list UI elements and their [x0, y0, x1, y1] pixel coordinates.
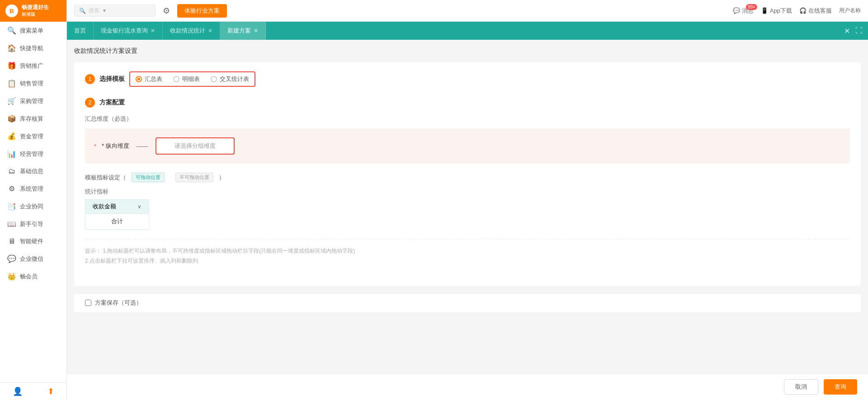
sidebar-item-hardware[interactable]: 🖥 智能硬件 [0, 233, 66, 250]
radio-detail[interactable]: 明细表 [173, 75, 200, 83]
main-area: 🔍 搜索 ▼ ⚙ 体验行业方案 💬 消息 99+ 📱 App下载 🎧 在线客服 … [67, 0, 868, 400]
sidebar-label-basic: 基础信息 [20, 167, 43, 175]
sidebar-icon-wechat: 💬 [7, 254, 16, 263]
sidebar-label-search-menu: 搜索菜单 [20, 27, 43, 35]
step2-title: 方案配置 [99, 99, 125, 107]
service-label: 在线客服 [808, 7, 832, 15]
tab-receipt-stats-label: 收款情况统计 [170, 27, 205, 35]
sidebar-icon-basic: 🗂 [7, 167, 16, 175]
sidebar-label-purchase: 采购管理 [20, 97, 43, 105]
sidebar-item-system[interactable]: ⚙ 系统管理 [0, 180, 66, 198]
indicator-close-paren: ） [219, 174, 225, 182]
sidebar-icon-operation: 📊 [7, 150, 16, 158]
sidebar-item-operation[interactable]: 📊 经营管理 [0, 145, 66, 163]
sidebar-icon-guide: 📖 [7, 220, 16, 228]
tab-expand-icon[interactable]: ⛶ [855, 27, 863, 35]
logo-icon: B [5, 5, 18, 17]
download-icon: 📱 [761, 7, 768, 14]
sidebar-icon-finance: 💰 [7, 132, 16, 141]
save-checkbox[interactable] [85, 300, 91, 306]
sidebar-item-search-menu[interactable]: 🔍 搜索菜单 [0, 22, 66, 39]
action-bar: 取消 查询 [67, 373, 868, 400]
sidebar-label-sales: 销售管理 [20, 80, 43, 88]
sidebar-icon-system: ⚙ [7, 184, 16, 193]
sidebar-item-inventory[interactable]: 📦 库存核算 [0, 110, 66, 127]
indicator-setting: 模板指标设定（ 可拖动位置 不可拖动位置 ） 统计指标 收款金额 ∨ [85, 173, 850, 230]
user-info[interactable]: 用户名称 [839, 7, 861, 14]
sidebar-bottom-user[interactable]: 👤 [13, 386, 23, 396]
stats-subtotal: 合计 [85, 213, 149, 229]
logo-sub: 标准版 [22, 11, 49, 18]
sidebar-icon-quick-nav: 🏠 [7, 44, 16, 52]
tab-receipt-stats[interactable]: 收款情况统计 ✕ [163, 22, 220, 40]
radio-cross[interactable]: 交叉统计表 [211, 75, 249, 83]
sidebar-icon-member: 👑 [7, 272, 16, 281]
sidebar-bottom-up[interactable]: ⬆ [47, 386, 54, 396]
tab-receipt-stats-close[interactable]: ✕ [208, 28, 212, 34]
service-btn[interactable]: 🎧 在线客服 [799, 7, 832, 15]
message-icon: 💬 [733, 7, 740, 14]
sidebar-item-purchase[interactable]: 🛒 采购管理 [0, 92, 66, 110]
hint-area: 提示： 1.拖动标题栏可以调整布局，不可跨维度或指标区域拖动栏目字段(只能在同一… [85, 239, 850, 266]
sidebar: B 畅捷通好生 标准版 🔍 搜索菜单 🏠 快捷导航 🎁 营销推广 📋 销售管理 … [0, 0, 67, 400]
page-title: 收款情况统计方案设置 [74, 47, 861, 55]
message-badge: 99+ [746, 4, 757, 10]
sidebar-item-finance[interactable]: 💰 资金管理 [0, 127, 66, 145]
sidebar-item-cooperation[interactable]: 📑 企业协同 [0, 198, 66, 215]
template-radio-group: 汇总表 明细表 交叉统计表 [129, 71, 255, 87]
stats-label: 统计指标 [85, 188, 850, 196]
stats-header-cell: 收款金额 ∨ [85, 200, 149, 213]
topbar-search[interactable]: 🔍 搜索 ▼ [74, 5, 156, 17]
settings-icon[interactable]: ⚙ [163, 6, 170, 16]
download-btn[interactable]: 📱 App下载 [761, 7, 792, 15]
sidebar-item-member[interactable]: 👑 畅会员 [0, 268, 66, 285]
radio-summary[interactable]: 汇总表 [136, 75, 162, 83]
query-button[interactable]: 查询 [824, 379, 857, 395]
radio-cross-label: 交叉统计表 [220, 75, 249, 83]
sidebar-icon-purchase: 🛒 [7, 97, 16, 105]
logo-name: 畅捷通好生 [22, 4, 49, 11]
footer-save-section: 方案保存（可选） [74, 293, 861, 312]
sidebar-item-basic[interactable]: 🗂 基础信息 [0, 163, 66, 180]
hint-2: 2.点击标题栏下拉可设置排序、插入列和删除列 [85, 256, 850, 266]
tab-bank-flow-label: 现金银行流水查询 [101, 27, 148, 35]
sidebar-label-cooperation: 企业协同 [20, 202, 43, 211]
sidebar-label-marketing: 营销推广 [20, 62, 43, 70]
tab-home-label: 首页 [74, 27, 86, 35]
sidebar-item-sales[interactable]: 📋 销售管理 [0, 75, 66, 92]
sidebar-label-wechat: 企业微信 [20, 255, 43, 263]
dimension-selector-text: 请选择分组维度 [175, 142, 216, 149]
cancel-button[interactable]: 取消 [784, 379, 818, 395]
tab-bank-flow-close[interactable]: ✕ [151, 28, 155, 34]
tab-new-plan-close[interactable]: ✕ [254, 28, 258, 34]
tag-draggable: 可拖动位置 [132, 173, 165, 182]
tab-home[interactable]: 首页 [67, 22, 94, 40]
sidebar-item-guide[interactable]: 📖 新手引导 [0, 215, 66, 233]
trial-btn[interactable]: 体验行业方案 [177, 4, 227, 18]
topbar: 🔍 搜索 ▼ ⚙ 体验行业方案 💬 消息 99+ 📱 App下载 🎧 在线客服 … [67, 0, 868, 22]
stats-dropdown-icon[interactable]: ∨ [137, 203, 142, 210]
message-btn[interactable]: 💬 消息 99+ [733, 7, 754, 15]
sidebar-label-inventory: 库存核算 [20, 115, 43, 123]
sidebar-item-marketing[interactable]: 🎁 营销推广 [0, 57, 66, 75]
tab-new-plan[interactable]: 新建方案 ✕ [220, 22, 266, 40]
dimension-row: * * 纵向维度 —— 请选择分组维度 [94, 137, 841, 155]
tab-close-all-icon[interactable]: ✕ [844, 27, 850, 35]
sidebar-label-member: 畅会员 [20, 273, 38, 281]
main-panel: 1 选择模板 汇总表 明细表 交叉统计表 [74, 62, 861, 286]
dimension-title: 汇总维度（必选） [85, 115, 850, 123]
download-label: App下载 [770, 7, 792, 15]
sidebar-label-operation: 经营管理 [20, 150, 43, 158]
dimension-arrow: —— [137, 143, 148, 150]
sidebar-label-hardware: 智能硬件 [20, 237, 43, 245]
step2-number: 2 [85, 98, 95, 108]
step2-section: 2 方案配置 汇总维度（必选） * * 纵向维度 —— 请选择分组维度 [85, 98, 850, 266]
dimension-selector[interactable]: 请选择分组维度 [156, 137, 235, 155]
tab-bank-flow[interactable]: 现金银行流水查询 ✕ [94, 22, 163, 40]
step1-section: 1 选择模板 汇总表 明细表 交叉统计表 [85, 71, 850, 87]
topbar-right: 💬 消息 99+ 📱 App下载 🎧 在线客服 用户名称 [733, 7, 861, 15]
sidebar-label-system: 系统管理 [20, 185, 43, 193]
sidebar-item-wechat[interactable]: 💬 企业微信 [0, 250, 66, 268]
sidebar-item-quick-nav[interactable]: 🏠 快捷导航 [0, 39, 66, 57]
indicator-title-text: 模板指标设定（ [85, 174, 126, 182]
